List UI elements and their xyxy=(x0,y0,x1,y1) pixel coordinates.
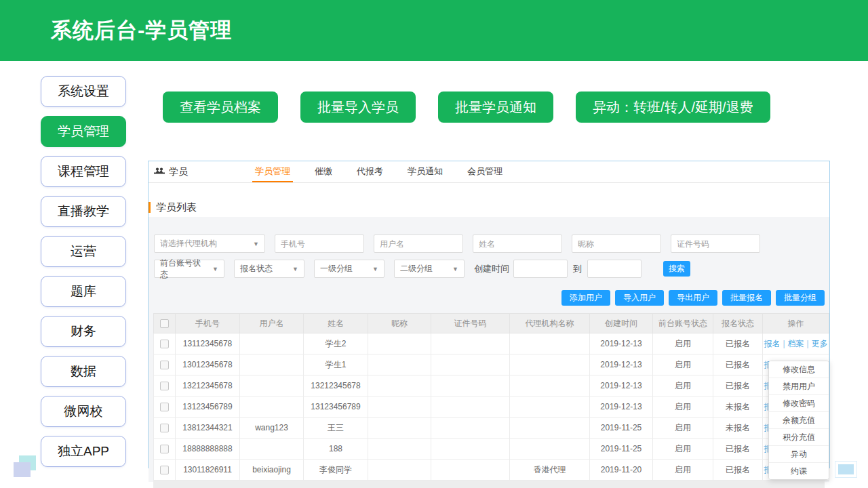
chevron-down-icon: ▼ xyxy=(292,266,298,272)
select-all-checkbox[interactable] xyxy=(160,319,169,328)
add-user-button[interactable]: 添加用户 xyxy=(561,290,610,306)
sidebar-item[interactable]: 微网校 xyxy=(41,396,126,427)
cell xyxy=(431,333,510,354)
menu-item-修改信息[interactable]: 修改信息 xyxy=(769,361,829,378)
cell xyxy=(368,418,431,439)
table-row: 188888888881882019-11-25启用已报名报名|档案|更多 xyxy=(154,439,829,460)
table-row: 13812344321wang123王三2019-11-25启用未报名报名|档案… xyxy=(154,418,829,439)
module-label: 学员 xyxy=(169,166,188,178)
menu-item-积分充值[interactable]: 积分充值 xyxy=(769,429,829,446)
cell xyxy=(431,418,510,439)
group-level1-select[interactable]: 一级分组▼ xyxy=(314,260,384,278)
column-header: 创建时间 xyxy=(590,314,653,333)
agency-select[interactable]: 请选择代理机构▼ xyxy=(154,235,265,253)
name-input[interactable] xyxy=(473,235,562,253)
tab-催缴[interactable]: 催缴 xyxy=(312,161,335,182)
row-checkbox[interactable] xyxy=(160,445,169,453)
row-checkbox[interactable] xyxy=(160,340,169,348)
section-title: 学员列表 xyxy=(149,201,197,214)
cell: 13812344321 xyxy=(176,418,240,439)
ops-separator: | xyxy=(783,339,785,348)
cell xyxy=(431,396,510,418)
menu-item-禁用用户[interactable]: 禁用用户 xyxy=(769,378,829,395)
op-link-档案[interactable]: 档案 xyxy=(788,339,804,348)
ops-cell: 报名|档案|更多 xyxy=(763,333,829,354)
account-status-select[interactable]: 前台账号状态▼ xyxy=(154,260,224,278)
quick-actions-row: 查看学员档案批量导入学员批量学员通知异动：转班/转人/延期/退费 xyxy=(163,92,793,123)
id-number-input[interactable] xyxy=(671,235,760,253)
sidebar-item[interactable]: 运营 xyxy=(41,236,126,267)
op-link-更多[interactable]: 更多 xyxy=(812,339,828,348)
sidebar-item[interactable]: 题库 xyxy=(41,276,126,307)
menu-item-约课[interactable]: 约课 xyxy=(769,463,829,479)
table-row: 13112345678学生22019-12-13启用已报名报名|档案|更多 xyxy=(154,333,829,354)
phone-input[interactable] xyxy=(275,235,364,253)
export-user-button[interactable]: 导出用户 xyxy=(669,290,717,306)
created-end-input[interactable] xyxy=(587,260,642,278)
import-user-button[interactable]: 导入用户 xyxy=(615,290,664,306)
menu-item-异动[interactable]: 异动 xyxy=(769,446,829,463)
batch-signup-button[interactable]: 批量报名 xyxy=(722,290,771,306)
cell: 2019-12-13 xyxy=(590,375,653,396)
cell xyxy=(368,396,431,418)
cell: 13212345678 xyxy=(176,375,240,396)
cell xyxy=(510,418,590,439)
sidebar-item[interactable]: 数据 xyxy=(41,356,126,387)
search-button[interactable]: 搜索 xyxy=(663,261,690,277)
cell: 13012345678 xyxy=(176,354,240,375)
view-student-files-button[interactable]: 查看学员档案 xyxy=(163,92,278,123)
tab-代报考[interactable]: 代报考 xyxy=(354,161,386,182)
row-checkbox[interactable] xyxy=(160,382,169,390)
chevron-down-icon: ▼ xyxy=(253,241,259,247)
sidebar-item[interactable]: 课程管理 xyxy=(41,156,126,187)
signup-status-select[interactable]: 报名状态▼ xyxy=(234,260,304,278)
cell: 启用 xyxy=(653,333,713,354)
chevron-down-icon: ▼ xyxy=(372,266,378,272)
decoration-square-lavender xyxy=(14,462,31,477)
row-checkbox[interactable] xyxy=(160,466,169,474)
signup-status-select-value: 报名状态 xyxy=(240,263,273,274)
menu-item-余额充值[interactable]: 余额充值 xyxy=(769,412,829,429)
cell xyxy=(240,333,304,354)
ops-separator: | xyxy=(807,339,809,348)
cell xyxy=(510,396,590,418)
filter-row-2: 前台账号状态▼报名状态▼一级分组▼二级分组▼创建时间到搜索 xyxy=(154,260,829,278)
sidebar-item[interactable]: 独立APP xyxy=(41,436,126,467)
cell xyxy=(510,439,590,460)
cell: 已报名 xyxy=(713,333,763,354)
menu-item-修改密码[interactable]: 修改密码 xyxy=(769,395,829,412)
cell xyxy=(240,396,304,418)
cell xyxy=(240,439,304,460)
row-checkbox[interactable] xyxy=(160,424,169,432)
batch-import-students-button[interactable]: 批量导入学员 xyxy=(300,92,416,123)
tab-学员通知[interactable]: 学员通知 xyxy=(405,161,446,182)
sidebar-item-active[interactable]: 学员管理 xyxy=(41,116,126,147)
header-checkbox-cell xyxy=(154,314,176,333)
panel-tabs: 学员管理催缴代报考学员通知会员管理 xyxy=(252,161,524,182)
tab-学员管理[interactable]: 学员管理 xyxy=(252,161,293,182)
section-band: 学员列表 xyxy=(149,198,829,217)
filter-row-1: 请选择代理机构▼ xyxy=(154,235,829,253)
sidebar-item[interactable]: 财务 xyxy=(41,316,126,347)
cell: wang123 xyxy=(240,418,304,439)
created-start-input[interactable] xyxy=(513,260,568,278)
column-header: 报名状态 xyxy=(713,314,763,333)
username-input[interactable] xyxy=(374,235,463,253)
row-checkbox[interactable] xyxy=(160,361,169,369)
cell xyxy=(368,439,431,460)
row-checkbox-cell xyxy=(154,375,176,396)
sidebar-item[interactable]: 系统设置 xyxy=(41,76,126,107)
tab-会员管理[interactable]: 会员管理 xyxy=(465,161,505,182)
cell xyxy=(431,354,510,375)
sidebar-item[interactable]: 直播教学 xyxy=(41,196,126,227)
nickname-input[interactable] xyxy=(572,235,661,253)
batch-student-notice-button[interactable]: 批量学员通知 xyxy=(438,92,553,123)
row-checkbox[interactable] xyxy=(160,403,169,411)
chevron-down-icon: ▼ xyxy=(212,266,218,272)
op-link-报名[interactable]: 报名 xyxy=(764,339,780,348)
batch-group-button[interactable]: 批量分组 xyxy=(776,290,825,306)
group-level2-select[interactable]: 二级分组▼ xyxy=(394,260,465,278)
group-level1-select-value: 一级分组 xyxy=(320,263,353,274)
change-transfer-button[interactable]: 异动：转班/转人/延期/退费 xyxy=(576,92,770,123)
decoration-square-right xyxy=(835,461,857,478)
